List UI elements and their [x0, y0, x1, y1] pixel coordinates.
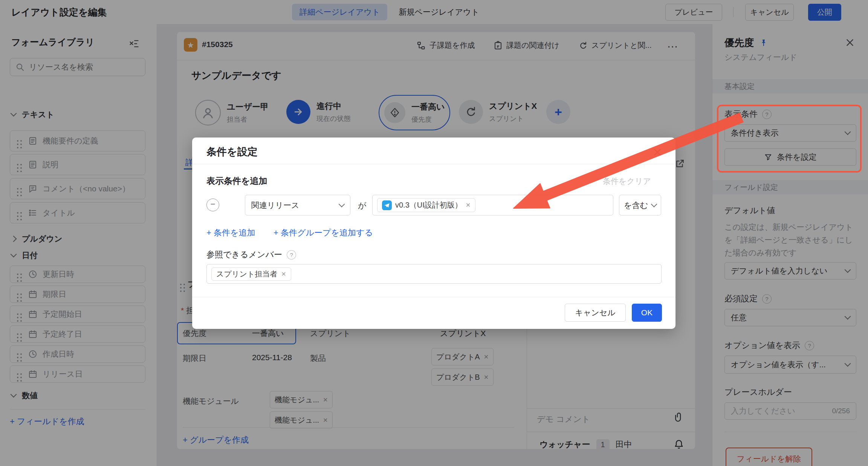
member-tag[interactable]: スプリント担当者 ✕ — [211, 267, 291, 281]
add-condition-group-link[interactable]: + 条件グループを追加する — [274, 227, 373, 238]
tag-remove-icon[interactable]: ✕ — [466, 202, 471, 209]
tag-remove-icon[interactable]: ✕ — [281, 270, 286, 278]
modal-ok-button[interactable]: OK — [632, 304, 662, 322]
chevron-down-icon — [651, 201, 657, 207]
release-app-icon — [382, 200, 392, 210]
modal-title: 条件を設定 — [206, 145, 258, 159]
close-icon[interactable] — [653, 147, 662, 157]
modal-footer-divider — [192, 297, 675, 297]
annotation-highlight-box — [717, 105, 862, 173]
minus-icon: − — [211, 200, 215, 208]
add-condition-link[interactable]: + 条件を追加 — [206, 227, 255, 238]
add-display-condition-label: 表示条件を追加 — [206, 175, 267, 187]
remove-condition-button[interactable]: − — [206, 199, 219, 211]
condition-value-box[interactable]: v0.3（UI設計初版） ✕ — [372, 195, 613, 215]
modal-header-divider — [192, 164, 675, 164]
condition-field-select[interactable]: 関連リリース — [245, 195, 350, 215]
viewable-members-box[interactable]: スプリント担当者 ✕ — [206, 264, 662, 284]
condition-operator-select[interactable]: を含む — [619, 195, 661, 215]
chevron-down-icon — [339, 201, 345, 207]
viewable-members-label: 参照できるメンバー ? — [206, 249, 296, 260]
help-icon[interactable]: ? — [287, 250, 296, 260]
modal-cancel-button[interactable]: キャンセル — [565, 304, 626, 322]
app-screen: レイアウト設定を編集 詳細ページレイアウト 新規ページレイアウト プレビュー キ… — [0, 0, 868, 466]
condition-connector: が — [358, 200, 367, 211]
release-value-tag[interactable]: v0.3（UI設計初版） ✕ — [377, 198, 475, 212]
clear-conditions-link[interactable]: 条件をクリア — [603, 176, 651, 186]
set-conditions-modal: 条件を設定 表示条件を追加 条件をクリア − 関連リリース が v0.3（UI設… — [192, 138, 675, 329]
